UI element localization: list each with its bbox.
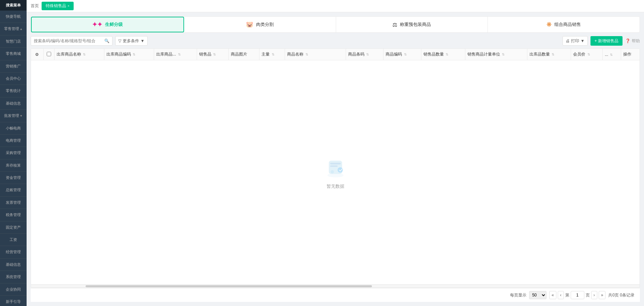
print-icon: 🖨 bbox=[566, 39, 570, 43]
cat-tab-meat-cut[interactable]: 🐷 肉类分割 bbox=[184, 17, 336, 32]
search-box[interactable]: 🔍 bbox=[31, 36, 113, 46]
meat-cut-icon: 🐷 bbox=[246, 21, 253, 28]
sidebar-item-smart-store[interactable]: 智慧门店 bbox=[0, 35, 27, 48]
page-number-input[interactable] bbox=[571, 291, 584, 299]
sort-icon12: ⇅ bbox=[587, 52, 590, 56]
th-out-qty[interactable]: 出库品数量 ⇅ bbox=[527, 49, 571, 60]
th-action: 操作 bbox=[621, 49, 640, 60]
sidebar-item-mini-ecom[interactable]: 小畅电商 bbox=[0, 122, 27, 135]
pagination: 每页显示 50 10 20 100 « ‹ 第 页 › » 共0页 0条记录 bbox=[31, 288, 640, 302]
help-button[interactable]: ❓ 帮助 bbox=[625, 36, 640, 46]
sort-icon: ⇅ bbox=[83, 52, 86, 56]
table-header-row: ⚙ 出库商品名称 ⇅ 出库商品编码 ⇅ bbox=[31, 49, 640, 60]
sidebar-item-basic-info2[interactable]: 基础信息 bbox=[0, 259, 27, 271]
next-page-button[interactable]: › bbox=[591, 291, 597, 299]
help-label: 帮助 bbox=[632, 38, 640, 44]
svg-rect-3 bbox=[330, 165, 338, 167]
th-gross-weight[interactable]: 主量 ⇅ bbox=[259, 49, 285, 60]
sidebar: 搜索菜单 快捷导航 零售管理 ▲ 智慧门店 零售商城 营销推广 会员中心 零售统… bbox=[0, 0, 27, 306]
no-data-placeholder: 暂无数据 bbox=[31, 60, 640, 284]
print-label: 打印 bbox=[571, 38, 579, 44]
toolbar: 🔍 ▽ 更多条件 ▼ 🖨 打印 ▼ + 新增销售品 ❓ bbox=[31, 36, 640, 46]
th-x-col[interactable]: ... ⇅ bbox=[602, 49, 621, 60]
sidebar-item-tax-mgmt[interactable]: 税务管理 bbox=[0, 209, 27, 221]
filter-button[interactable]: ▽ 更多条件 ▼ bbox=[115, 36, 148, 46]
topbar: 首页 特殊销售品 × bbox=[27, 0, 644, 12]
no-data-icon bbox=[322, 155, 349, 179]
th-product-name[interactable]: 商品名称 ⇅ bbox=[285, 49, 346, 60]
sidebar-item-sys-mgmt[interactable]: 系统管理 bbox=[0, 271, 27, 283]
scrollbar-thumb[interactable] bbox=[86, 285, 372, 287]
sidebar-item-general-ledger[interactable]: 总账管理 bbox=[0, 184, 27, 196]
first-page-button[interactable]: « bbox=[549, 291, 556, 299]
th-out-product-code[interactable]: 出库商品编码 ⇅ bbox=[104, 49, 154, 60]
sidebar-item-ops-mgmt[interactable]: 经营管理 bbox=[0, 246, 27, 258]
select-all-checkbox[interactable] bbox=[47, 52, 51, 56]
sidebar-item-fund-mgmt[interactable]: 资金管理 bbox=[0, 172, 27, 184]
table-container: ⚙ 出库商品名称 ⇅ 出库商品编码 ⇅ bbox=[31, 48, 640, 288]
print-button[interactable]: 🖨 打印 ▼ bbox=[563, 36, 588, 46]
scroll-hint[interactable] bbox=[31, 284, 640, 288]
prev-page-button[interactable]: ‹ bbox=[558, 291, 564, 299]
no-data-text: 暂无数据 bbox=[327, 183, 344, 189]
th-out-product-name[interactable]: 出库商品名称 ⇅ bbox=[54, 49, 104, 60]
sidebar-item-retail-mall[interactable]: 零售商城 bbox=[0, 48, 27, 60]
add-sales-item-button[interactable]: + 新增销售品 bbox=[590, 36, 623, 46]
filter-chevron-icon: ▼ bbox=[140, 39, 145, 43]
chevron-down-icon: ▲ bbox=[20, 27, 23, 31]
sort-icon11: ⇅ bbox=[552, 52, 554, 56]
sidebar-item-wholesale-mgmt[interactable]: 批发管理 ▼ bbox=[0, 110, 27, 122]
toolbar-left: 🔍 ▽ 更多条件 ▼ bbox=[31, 36, 148, 46]
th-out-product-x[interactable]: 出库商品... ⇅ bbox=[154, 49, 197, 60]
cat-tab-meat-cut-label: 肉类分割 bbox=[256, 21, 274, 28]
total-pages-label: 共0页 0条记录 bbox=[608, 292, 634, 298]
sidebar-item-newbie[interactable]: 新手引导 bbox=[0, 296, 27, 306]
th-product-img: 商品图片 bbox=[228, 49, 259, 60]
page-label: 第 bbox=[565, 292, 569, 298]
sort-icon10: ⇅ bbox=[502, 52, 505, 56]
home-tab[interactable]: 首页 bbox=[31, 3, 39, 9]
sidebar-item-member-center[interactable]: 会员中心 bbox=[0, 73, 27, 85]
search-input[interactable] bbox=[34, 39, 104, 43]
sort-icon2: ⇅ bbox=[133, 52, 135, 56]
th-member-price[interactable]: 会员价 ⇅ bbox=[571, 49, 603, 60]
sort-icon9: ⇅ bbox=[446, 52, 448, 56]
active-tab[interactable]: 特殊销售品 × bbox=[42, 2, 74, 10]
cat-tab-fresh-grade[interactable]: ✦✦ 生鲜分级 bbox=[31, 17, 184, 32]
th-sales-qty[interactable]: 销售品数量 ⇅ bbox=[421, 49, 465, 60]
sidebar-item-purchase-mgmt[interactable]: 采购管理 bbox=[0, 147, 27, 159]
sidebar-item-basic-info[interactable]: 基础信息 bbox=[0, 97, 27, 110]
last-page-button[interactable]: » bbox=[599, 291, 606, 299]
weight-pack-icon: ⚖ bbox=[392, 21, 397, 28]
filter-label: 更多条件 bbox=[123, 38, 139, 44]
th-sales-unit[interactable]: 销售商品计量单位 ⇅ bbox=[465, 49, 527, 60]
help-icon: ❓ bbox=[625, 39, 630, 43]
print-chevron-icon: ▼ bbox=[581, 39, 585, 43]
cat-tab-fresh-grade-label: 生鲜分级 bbox=[105, 21, 123, 28]
sidebar-item-sales-promo[interactable]: 营销推广 bbox=[0, 60, 27, 73]
th-sales-item[interactable]: 销售品 ⇅ bbox=[197, 49, 228, 60]
content-area: ✦✦ 生鲜分级 🐷 肉类分割 ⚖ 称重预包装商品 ❋ 组合商品销售 🔍 bbox=[27, 12, 644, 306]
sidebar-item-quick-nav[interactable]: 快捷导航 bbox=[0, 11, 27, 23]
sidebar-item-invoice-mgmt[interactable]: 发票管理 bbox=[0, 197, 27, 209]
sidebar-item-ecom-mgmt[interactable]: 电商管理 bbox=[0, 135, 27, 147]
sidebar-item-retail-mgmt[interactable]: 零售管理 ▲ bbox=[0, 23, 27, 35]
cat-tab-combo-sales-label: 组合商品销售 bbox=[554, 21, 581, 28]
th-gear[interactable]: ⚙ bbox=[31, 49, 43, 60]
sidebar-item-payroll[interactable]: 工资 bbox=[0, 234, 27, 246]
cat-tab-weight-pack[interactable]: ⚖ 称重预包装商品 bbox=[336, 17, 488, 32]
svg-point-5 bbox=[331, 170, 334, 173]
th-barcode[interactable]: 商品条码 ⇅ bbox=[346, 49, 384, 60]
close-icon[interactable]: × bbox=[68, 4, 70, 8]
sidebar-logo[interactable]: 搜索菜单 bbox=[0, 0, 27, 11]
cat-tab-combo-sales[interactable]: ❋ 组合商品销售 bbox=[488, 17, 640, 32]
sidebar-item-fixed-assets[interactable]: 固定资产 bbox=[0, 221, 27, 234]
sort-icon4: ⇅ bbox=[213, 52, 216, 56]
sidebar-item-inventory[interactable]: 库存核算 bbox=[0, 159, 27, 172]
sidebar-item-company-coop[interactable]: 企业协同 bbox=[0, 284, 27, 296]
per-page-select[interactable]: 50 10 20 100 bbox=[529, 291, 546, 299]
th-product-code[interactable]: 商品编码 ⇅ bbox=[384, 49, 421, 60]
sidebar-item-retail-stats[interactable]: 零售统计 bbox=[0, 85, 27, 97]
add-label: + 新增销售品 bbox=[595, 38, 618, 44]
th-check[interactable] bbox=[43, 49, 54, 60]
